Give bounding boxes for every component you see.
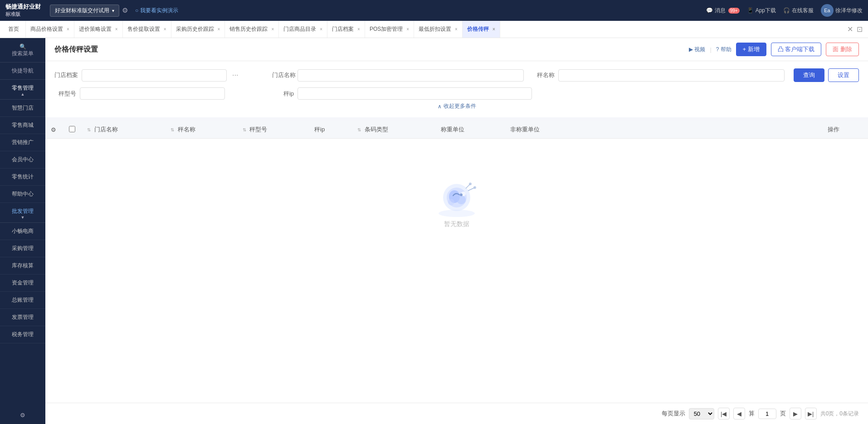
tab-售价提取设置[interactable]: 售价提取设置 × [123,21,171,38]
sidebar-search[interactable]: 🔍 搜索菜单 [0,38,45,63]
chevron-up-icon: ▲ [21,92,25,96]
avatar: Ea [821,4,834,17]
demo-link[interactable]: ○ 我要看实例演示 [135,7,178,14]
download-button[interactable]: 凸 客户端下载 [771,43,822,56]
select-all-checkbox[interactable] [69,126,75,132]
th-barcode-type[interactable]: 条码类型 [352,121,435,139]
close-icon[interactable]: × [164,27,166,32]
total-info: 共0页，0条记录 [820,410,859,418]
version-selector[interactable]: 好业财标准版交付试用 ▾ [50,5,119,17]
svg-point-9 [469,183,472,185]
prev-page-button[interactable]: ◀ [733,408,745,419]
sidebar-item-批发管理[interactable]: 批发管理 ▼ [0,203,45,223]
chevron-down-icon: ▼ [21,215,25,220]
sidebar-item-营销推广[interactable]: 营销推广 [0,134,45,151]
sidebar-item-小畅电商[interactable]: 小畅电商 [0,223,45,240]
delete-button[interactable]: 面 删除 [826,43,859,56]
last-page-button[interactable]: ▶| [805,408,817,419]
close-icon[interactable]: × [115,27,118,32]
tab-价格传秤[interactable]: 价格传秤 × [463,21,500,38]
scale-model-input[interactable] [80,87,225,100]
user-menu[interactable]: Ea 徐泽华修改 [821,4,863,17]
page-label: 页 [780,410,786,418]
more-options-icon[interactable]: ··· [232,71,238,79]
sidebar-gear-icon[interactable]: ⚙ [0,406,45,424]
svg-point-11 [473,186,476,189]
scale-ip-input[interactable] [297,87,532,100]
filter-scale-model: 秤型号 [54,87,263,100]
sidebar-item-发票管理[interactable]: 发票管理 [0,309,45,326]
th-scale-ip: 秤ip [309,121,352,139]
close-icon[interactable]: × [320,27,322,32]
main-layout: 🔍 搜索菜单 快捷导航 零售管理 ▲ 智慧门店 零售商城 营销推广 会员中心 零… [0,38,868,424]
close-icon[interactable]: × [357,27,360,32]
next-page-button[interactable]: ▶ [790,408,801,419]
sidebar-item-零售管理[interactable]: 零售管理 ▲ [0,80,45,100]
chevron-down-icon: ▾ [112,8,114,13]
th-settings[interactable]: ⚙ [45,121,63,139]
sidebar-item-资金管理[interactable]: 资金管理 [0,275,45,292]
store-archive-input[interactable] [82,69,227,82]
sidebar-item-库存核算[interactable]: 库存核算 [0,257,45,275]
empty-state: 暂无数据 [45,139,868,265]
sidebar-item-零售统计[interactable]: 零售统计 [0,169,45,186]
settings-filter-button[interactable]: 设置 [828,68,859,82]
video-link[interactable]: ▶ 视频 [689,46,705,53]
th-checkbox [63,121,82,139]
first-page-button[interactable]: |◀ [718,408,730,419]
mobile-icon: 📱 [747,7,754,14]
th-scale-name[interactable]: 秤名称 [165,121,237,139]
tab-门店商品目录[interactable]: 门店商品目录 × [279,21,327,38]
message-button[interactable]: 💬 消息 99+ [706,7,740,14]
tab-进价策略设置[interactable]: 进价策略设置 × [74,21,123,38]
sidebar-item-税务管理[interactable]: 税务管理 [0,326,45,343]
close-icon[interactable]: × [271,27,274,32]
store-archive-label: 门店档案 [54,71,78,79]
sidebar-item-帮助中心[interactable]: 帮助中心 [0,186,45,203]
tab-销售历史价跟踪[interactable]: 销售历史价跟踪 × [225,21,279,38]
close-icon[interactable]: × [218,27,220,32]
message-icon: 💬 [706,7,713,14]
close-icon[interactable]: × [455,27,458,32]
online-service-button[interactable]: 🎧 在线客服 [783,7,814,14]
tab-bar-actions: ✕ ⊡ [847,25,866,34]
close-tab-icon[interactable]: ✕ [847,25,853,34]
close-icon[interactable]: × [406,27,409,32]
tab-home[interactable]: 首页 [2,21,26,38]
tab-采购历史价跟踪[interactable]: 采购历史价跟踪 × [171,21,225,38]
tab-POS加密管理[interactable]: POS加密管理 × [365,21,414,38]
sidebar-item-智慧门店[interactable]: 智慧门店 [0,100,45,117]
scale-name-input[interactable] [558,69,785,82]
chevron-up-icon: ∧ [438,103,442,110]
search-icon: 🔍 [0,43,45,50]
filter-scale-ip: 秤ip [272,87,532,100]
table-header-row: ⚙ 门店名称 秤名称 秤型号 [45,121,868,139]
tab-门店档案[interactable]: 门店档案 × [327,21,365,38]
sidebar-item-零售商城[interactable]: 零售商城 [0,117,45,134]
sidebar-quick-nav[interactable]: 快捷导航 [0,63,45,80]
th-store-name[interactable]: 门店名称 [82,121,165,139]
tab-商品价格设置[interactable]: 商品价格设置 × [26,21,74,38]
query-button[interactable]: 查询 [794,68,824,82]
sidebar-item-总账管理[interactable]: 总账管理 [0,292,45,309]
collapse-button[interactable]: ∧ 收起更多条件 [54,100,859,110]
help-link[interactable]: ? 帮助 [716,46,731,53]
sidebar-item-会员中心[interactable]: 会员中心 [0,151,45,169]
expand-tab-icon[interactable]: ⊡ [857,25,863,34]
th-scale-model[interactable]: 秤型号 [237,121,309,139]
close-icon[interactable]: × [493,27,495,32]
data-table: ⚙ 门店名称 秤名称 秤型号 [45,121,868,265]
page-number-input[interactable] [758,409,776,419]
scale-name-label: 秤名称 [533,71,555,79]
add-button[interactable]: + 新增 [736,43,766,56]
svg-point-5 [448,199,454,205]
svg-point-7 [460,193,463,196]
store-name-input[interactable] [297,69,524,82]
sidebar-item-采购管理[interactable]: 采购管理 [0,240,45,257]
tab-最低折扣设置[interactable]: 最低折扣设置 × [414,21,463,38]
settings-gear-icon[interactable]: ⚙ [122,6,128,14]
close-icon[interactable]: × [67,27,69,32]
app-download-button[interactable]: 📱 App下载 [747,7,776,14]
filter-row-2: 秤型号 秤ip [54,87,859,100]
page-size-select[interactable]: 20 50 100 [689,408,714,419]
